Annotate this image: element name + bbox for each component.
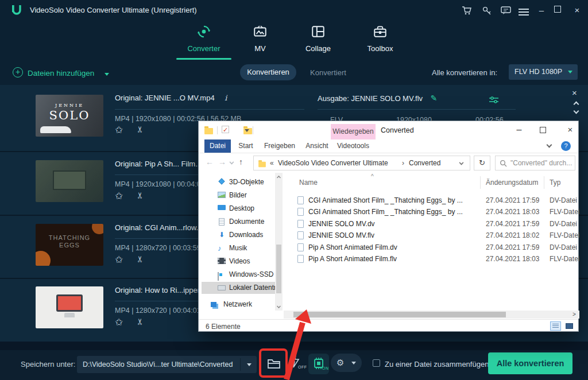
table-row[interactable]: JENNIE SOLO MV.flv 27.04.2021 18:02 FLV-…	[291, 230, 578, 242]
address-bar[interactable]: « VideoSolo Video Converter Ultimate › C…	[253, 156, 470, 170]
sidebar-item-local-disk[interactable]: Lokaler Datenträ	[202, 282, 275, 294]
quick-access-check-icon[interactable]: ✓	[222, 126, 229, 133]
tab-start[interactable]: Start	[233, 139, 258, 153]
maximize-button[interactable]	[554, 6, 561, 13]
tab-mv[interactable]: MV	[233, 24, 288, 53]
tab-freigeben[interactable]: Freigeben	[262, 139, 297, 153]
app-title: VideoSolo Video Converter Ultimate (Unre…	[30, 6, 197, 14]
column-name[interactable]: Name	[299, 179, 318, 187]
settings-caret-icon	[351, 362, 356, 365]
merge-checkbox[interactable]	[373, 359, 380, 367]
scroll-down-icon[interactable]	[277, 304, 281, 308]
output-format-select[interactable]: FLV HD 1080P	[509, 64, 578, 80]
ribbon-collapse-icon[interactable]	[547, 142, 552, 148]
gpu-accel-on-button[interactable]: ON	[308, 354, 329, 374]
feedback-chat-icon[interactable]	[500, 5, 512, 15]
remove-file-icon[interactable]: ×	[572, 88, 577, 98]
save-path-select[interactable]: D:\VideoSolo Studio\Vi...ter Ultimate\Co…	[77, 356, 257, 373]
sidebar-item-music[interactable]: ♪Musik	[202, 242, 275, 254]
table-row[interactable]: Pip A Short Animated Film.dv 27.04.2021 …	[291, 242, 578, 254]
rename-pencil-icon[interactable]: ✎	[431, 94, 438, 103]
minimize-button[interactable]: –	[534, 3, 549, 17]
forward-icon[interactable]: →	[218, 157, 226, 166]
details-view-button[interactable]	[550, 321, 561, 331]
move-up-icon[interactable]	[574, 102, 579, 107]
tab-converter[interactable]: Converter	[176, 24, 231, 53]
cut-scissors-icon[interactable]: ✂	[135, 318, 145, 325]
sidebar-item-windows-ssd[interactable]: Windows-SSD (C	[202, 269, 275, 281]
tab-collage[interactable]: Collage	[291, 24, 346, 53]
effects-star-icon[interactable]: ✩	[115, 316, 123, 328]
hardware-accel-off-button[interactable]: OFF	[289, 354, 310, 374]
toolbox-icon	[373, 24, 388, 39]
add-files-caret-icon[interactable]	[105, 73, 109, 76]
explorer-statusbar: 6 Elemente	[199, 319, 578, 332]
path-caret-icon[interactable]	[247, 363, 252, 366]
thumbnail-view-button[interactable]	[564, 321, 575, 331]
table-row[interactable]: CGI Animated Short Film_ _Thatching Eggs…	[291, 195, 578, 207]
videosolo-logo-icon	[10, 4, 23, 17]
sidebar-item-documents[interactable]: Dokumente	[202, 216, 275, 228]
settings-button[interactable]: ⚙	[331, 354, 362, 372]
move-down-icon[interactable]	[574, 108, 579, 114]
table-row[interactable]: Pip A Short Animated Film.flv 27.04.2021…	[291, 254, 578, 265]
column-date[interactable]: Änderungsdatum	[486, 179, 538, 187]
file-icon	[297, 196, 304, 204]
contextual-tab-header[interactable]: Wiedergeben	[331, 124, 376, 139]
scroll-up-icon[interactable]	[277, 176, 281, 180]
effects-star-icon[interactable]: ✩	[115, 190, 123, 202]
crumb-prefix[interactable]: «	[270, 159, 274, 167]
scrollbar-thumb[interactable]	[293, 312, 506, 317]
up-icon[interactable]: ↑	[239, 157, 243, 166]
pictures-icon	[218, 192, 226, 198]
sidebar-scrollbar[interactable]	[275, 173, 283, 311]
recent-caret-icon[interactable]	[230, 160, 234, 165]
cut-scissors-icon[interactable]: ✂	[135, 126, 145, 133]
tab-datei[interactable]: Datei	[204, 139, 231, 153]
tab-toolbox[interactable]: Toolbox	[353, 24, 408, 53]
scroll-right-icon[interactable]: >	[572, 311, 576, 317]
close-button[interactable]: ×	[570, 3, 585, 17]
tab-konvertieren[interactable]: Konvertieren	[240, 64, 296, 80]
explorer-minimize-button[interactable]: –	[510, 122, 528, 137]
sidebar-item-desktop[interactable]: Desktop	[202, 203, 275, 215]
sidebar-item-3d-objects[interactable]: 3D-Objekte	[202, 176, 275, 188]
sidebar-item-pictures[interactable]: Bilder	[202, 189, 275, 201]
cut-scissors-icon[interactable]: ✂	[135, 255, 145, 263]
table-row[interactable]: JENNIE SOLO MV.dv 27.04.2021 17:59 DV-Da…	[291, 219, 578, 230]
effects-star-icon[interactable]: ✩	[115, 124, 123, 136]
menu-icon[interactable]	[519, 7, 529, 17]
sidebar-item-downloads[interactable]: ⬇Downloads	[202, 229, 275, 241]
register-key-icon[interactable]	[481, 5, 493, 15]
explorer-close-button[interactable]: ×	[562, 122, 579, 137]
sidebar-item-network[interactable]: Netzwerk	[202, 298, 275, 311]
info-icon[interactable]: i	[225, 94, 227, 102]
help-button[interactable]: ?	[561, 141, 571, 151]
tab-ansicht[interactable]: Ansicht	[302, 139, 332, 153]
quick-access-caret-icon[interactable]	[245, 129, 249, 132]
refresh-button[interactable]: ↻	[474, 156, 490, 170]
back-icon[interactable]: ←	[206, 157, 214, 166]
format-caret-icon	[568, 71, 572, 73]
search-box[interactable]: "Converted" durch...	[495, 156, 575, 170]
explorer-maximize-button[interactable]	[540, 127, 546, 133]
tab-konvertiert[interactable]: Konvertiert	[310, 68, 346, 77]
system-drive-icon	[218, 272, 219, 281]
breadcrumb-app[interactable]: VideoSolo Video Converter Ultimate	[278, 159, 388, 167]
effects-star-icon[interactable]: ✩	[115, 254, 123, 266]
sidebar-item-videos[interactable]: Videos	[202, 255, 275, 267]
cut-scissors-icon[interactable]: ✂	[135, 192, 145, 199]
video-thumbnail-2	[36, 160, 103, 202]
tab-videotools[interactable]: Videotools	[333, 139, 373, 153]
table-row[interactable]: CGI Animated Short Film_ _Thatching Eggs…	[291, 207, 578, 218]
list-bottom-strip	[0, 342, 588, 350]
settings-sliders-icon[interactable]	[488, 95, 500, 104]
store-cart-icon[interactable]	[461, 5, 473, 15]
convert-all-button[interactable]: Alle konvertieren	[488, 352, 572, 374]
horizontal-scrollbar[interactable]	[284, 311, 579, 319]
column-type[interactable]: Typ	[550, 179, 560, 187]
add-files-button[interactable]: Dateien hinzufügen	[28, 69, 94, 77]
breadcrumb-folder[interactable]: Converted	[409, 159, 440, 167]
address-caret-icon[interactable]	[459, 161, 464, 165]
scrollbar-thumb[interactable]	[276, 245, 281, 293]
